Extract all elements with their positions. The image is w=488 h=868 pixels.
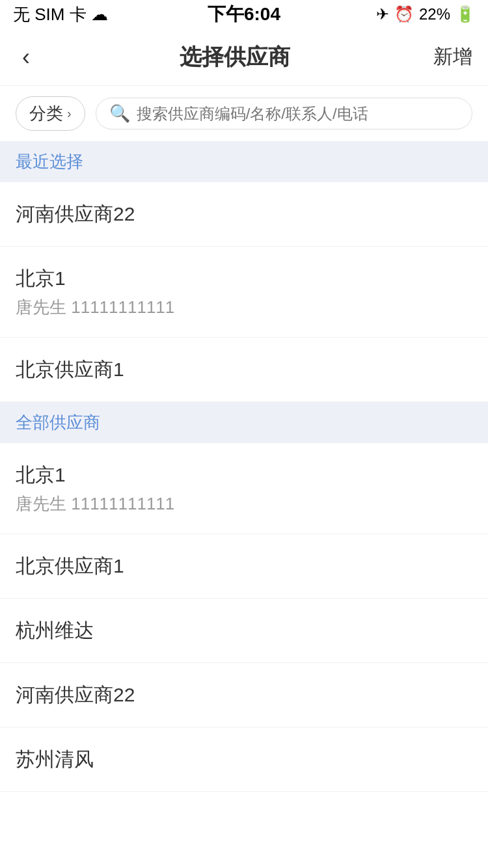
supplier-contact: 唐先生 11111111111 <box>16 493 472 515</box>
search-area: 分类 › 🔍 <box>0 86 488 141</box>
back-button[interactable]: ‹ <box>16 37 36 77</box>
status-time: 下午6:04 <box>208 2 280 27</box>
list-item[interactable]: 北京供应商1 <box>0 338 488 402</box>
supplier-name: 北京供应商1 <box>16 552 472 580</box>
search-input[interactable] <box>137 105 459 123</box>
status-left: 无 SIM 卡 ☁ <box>13 3 108 26</box>
location-icon: ✈ <box>376 5 389 23</box>
search-input-wrapper: 🔍 <box>96 98 472 129</box>
supplier-name: 北京供应商1 <box>16 356 472 383</box>
no-sim-label: 无 SIM 卡 ☁ <box>13 3 108 26</box>
supplier-name: 北京1 <box>16 461 472 489</box>
supplier-contact: 唐先生 11111111111 <box>16 296 472 319</box>
category-filter-button[interactable]: 分类 › <box>16 96 85 131</box>
status-bar: 无 SIM 卡 ☁ 下午6:04 ✈ ⏰ 22% 🔋 <box>0 0 488 29</box>
alarm-icon: ⏰ <box>394 5 414 23</box>
nav-bar: ‹ 选择供应商 新增 <box>0 29 488 86</box>
list-item[interactable]: 北京1唐先生 11111111111 <box>0 247 488 338</box>
battery-label: 22% <box>419 5 450 23</box>
supplier-name: 杭州维达 <box>16 617 472 644</box>
supplier-name: 苏州清风 <box>16 746 472 773</box>
supplier-name: 河南供应商22 <box>16 681 472 709</box>
page-title: 选择供应商 <box>180 42 290 72</box>
list-item[interactable]: 北京供应商1 <box>0 534 488 599</box>
supplier-name: 北京1 <box>16 265 472 292</box>
list-item[interactable]: 北京1唐先生 11111111111 <box>0 443 488 534</box>
category-label: 分类 <box>29 102 63 125</box>
list-item[interactable]: 杭州维达 <box>0 599 488 663</box>
search-icon: 🔍 <box>109 103 130 124</box>
section-header-recent: 最近选择 <box>0 141 488 182</box>
section-header-all: 全部供应商 <box>0 402 488 443</box>
status-right: ✈ ⏰ 22% 🔋 <box>376 5 475 23</box>
chevron-right-icon: › <box>67 106 72 121</box>
battery-icon: 🔋 <box>455 5 475 23</box>
list-item[interactable]: 苏州清风 <box>0 727 488 792</box>
list-item[interactable]: 河南供应商22 <box>0 663 488 727</box>
supplier-list: 最近选择河南供应商22北京1唐先生 11111111111北京供应商1全部供应商… <box>0 141 488 792</box>
list-item[interactable]: 河南供应商22 <box>0 182 488 247</box>
supplier-name: 河南供应商22 <box>16 200 472 228</box>
add-button[interactable]: 新增 <box>433 44 472 70</box>
